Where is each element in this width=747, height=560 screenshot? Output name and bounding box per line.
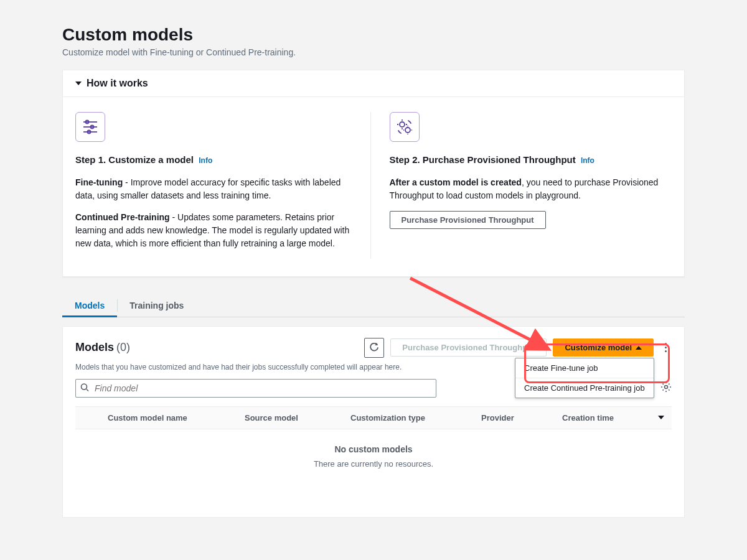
- refresh-button[interactable]: [364, 338, 384, 358]
- sort-desc-icon: [658, 416, 664, 419]
- models-panel: Models (0) Purchase Provisioned Throughp…: [62, 326, 685, 518]
- empty-title: No custom models: [75, 444, 672, 454]
- col-created[interactable]: Creation time: [562, 413, 664, 422]
- models-heading: Models: [75, 341, 114, 353]
- how-it-works-panel: How it works Step 1. Customize a model I…: [62, 70, 685, 277]
- step1-info-link[interactable]: Info: [199, 156, 212, 165]
- search-box: [75, 379, 436, 398]
- create-finetune-job-item[interactable]: Create Fine-tune job: [515, 358, 654, 378]
- svg-point-11: [665, 386, 668, 389]
- col-type[interactable]: Customization type: [350, 413, 481, 422]
- more-actions-button[interactable]: [660, 343, 672, 352]
- purchase-throughput-button: Purchase Provisioned Throughput: [390, 338, 547, 357]
- create-continued-pretraining-item[interactable]: Create Continued Pre-training job: [515, 378, 654, 398]
- caret-up-icon: [636, 346, 642, 350]
- caret-down-icon: [75, 82, 82, 85]
- col-source[interactable]: Source model: [245, 413, 350, 422]
- sliders-icon: [75, 112, 105, 142]
- models-table: Custom model name Source model Customiza…: [75, 406, 672, 506]
- svg-point-9: [82, 384, 87, 390]
- step1-title: Step 1. Customize a model: [75, 154, 194, 165]
- tab-training-jobs[interactable]: Training jobs: [117, 294, 196, 317]
- svg-point-6: [400, 122, 405, 127]
- gears-icon: [390, 112, 420, 142]
- table-header-row: Custom model name Source model Customiza…: [75, 406, 672, 429]
- refresh-icon: [369, 343, 379, 353]
- step-1: Step 1. Customize a model Info Fine-tuni…: [75, 112, 371, 259]
- step2-title: Step 2. Purchase Provisioned Throughput: [390, 154, 576, 165]
- col-name[interactable]: Custom model name: [108, 413, 245, 422]
- step1-paragraph-2: Continued Pre-training - Updates some pa…: [75, 211, 358, 250]
- settings-gear-button[interactable]: [660, 385, 672, 394]
- tab-models[interactable]: Models: [62, 294, 117, 317]
- step2-paragraph: After a custom model is created, you nee…: [390, 176, 672, 202]
- how-it-works-toggle[interactable]: How it works: [63, 70, 684, 97]
- step2-info-link[interactable]: Info: [581, 156, 594, 165]
- search-input[interactable]: [75, 379, 436, 398]
- tabs: Models Training jobs: [62, 294, 685, 317]
- empty-subtitle: There are currently no resources.: [75, 459, 672, 469]
- search-icon: [80, 383, 89, 393]
- customize-model-dropdown: Create Fine-tune job Create Continued Pr…: [515, 358, 654, 398]
- gear-icon: [660, 381, 672, 393]
- col-provider[interactable]: Provider: [481, 413, 562, 422]
- page-subtitle: Customize model with Fine-tuning or Cont…: [62, 47, 685, 57]
- step-2: Step 2. Purchase Provisioned Throughput …: [390, 112, 672, 259]
- customize-model-button[interactable]: Customize model: [553, 338, 654, 357]
- purchase-throughput-button-step[interactable]: Purchase Provisioned Throughput: [390, 211, 546, 229]
- models-count: (0): [116, 341, 130, 353]
- page-title: Custom models: [62, 25, 685, 45]
- how-it-works-heading: How it works: [87, 78, 148, 89]
- svg-point-7: [405, 128, 410, 133]
- step1-paragraph-1: Fine-tuning - Improve model accuracy for…: [75, 176, 358, 202]
- svg-line-10: [87, 389, 88, 391]
- empty-state: No custom models There are currently no …: [75, 429, 672, 506]
